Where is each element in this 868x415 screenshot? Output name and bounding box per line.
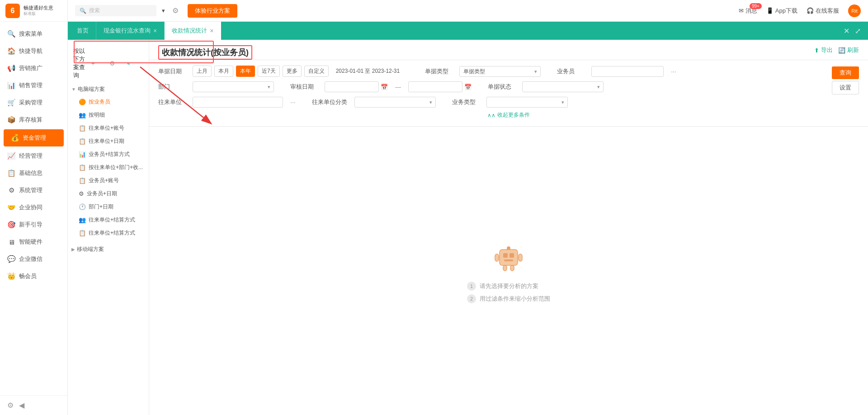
collapse-panel-icon[interactable]: « (127, 60, 143, 66)
scheme-salesperson-account[interactable]: 📋 业务员+账号 (68, 174, 149, 187)
box-icon: 📦 (7, 116, 15, 124)
review-date-to-group: 📅 (408, 81, 472, 92)
header-dropdown[interactable]: ▾ (162, 7, 165, 14)
svg-rect-4 (507, 246, 510, 250)
mobile-group-label[interactable]: ▶ 移动端方案 (68, 243, 149, 255)
collapse-sidebar-icon[interactable]: ◀ (19, 401, 24, 410)
tab-home[interactable]: 首页 (68, 22, 96, 40)
salesperson-input[interactable] (591, 66, 664, 77)
window-controls: ✕ ⤢ (836, 27, 868, 35)
close-window-button[interactable]: ✕ (844, 27, 849, 35)
sidebar-item-label: 销售管理 (19, 81, 42, 90)
desktop-group-label[interactable]: ▼ 电脑端方案 (68, 83, 149, 95)
voucher-status-select[interactable] (522, 81, 604, 92)
date-button-group: 上月 本月 本年 近7天 更多 自定义 (193, 66, 329, 77)
sidebar-item-operations[interactable]: 📈 经营管理 (0, 147, 67, 165)
voucher-type-label: 单据类型 (425, 67, 452, 75)
scheme-partner-date[interactable]: 📋 往来单位+日期 (68, 135, 149, 148)
collapse-button[interactable]: ∧∧ 收起更多条件 (487, 111, 530, 119)
sidebar-item-member[interactable]: 👑 畅会员 (0, 268, 67, 285)
user-avatar[interactable]: Rit (848, 5, 861, 17)
dept-date-icon: 🕐 (79, 203, 86, 210)
scheme-by-salesperson[interactable]: 🟠 按业务员 (68, 95, 149, 108)
svg-rect-6 (519, 254, 522, 261)
tab-close-bank[interactable]: × (153, 27, 157, 34)
scheme-label: 按明细 (89, 111, 105, 119)
export-button[interactable]: ⬆ 导出 (814, 46, 833, 54)
sidebar-item-enterprise[interactable]: 🤝 企业协同 (0, 199, 67, 216)
scheme-label: 部门+日期 (89, 203, 113, 211)
scheme-salesperson-settlement[interactable]: 📊 业务员+结算方式 (68, 148, 149, 161)
sidebar-item-label: 经营管理 (19, 152, 42, 160)
business-type-select[interactable] (486, 97, 568, 108)
partner-more-icon[interactable]: ··· (290, 99, 296, 106)
filter-settings-button[interactable]: 设置 (832, 81, 859, 94)
query-button[interactable]: 查询 (832, 66, 859, 79)
megaphone-icon: 📢 (7, 64, 15, 72)
date-btn-more[interactable]: 更多 (283, 66, 302, 77)
dropdown-chevron-icon: ▾ (162, 7, 165, 14)
sidebar-item-inventory[interactable]: 📦 库存核算 (0, 111, 67, 128)
online-service-button[interactable]: 🎧 在线客服 (807, 7, 839, 15)
dept-select[interactable] (193, 81, 274, 92)
voucher-type-select[interactable]: 单据类型 (459, 66, 541, 77)
guide-icon: 🎯 (7, 221, 15, 229)
scheme-label: 按业务员 (89, 98, 110, 106)
sidebar-item-system[interactable]: ⚙ 系统管理 (0, 182, 67, 199)
scheme-settings-icon[interactable]: ⚙ (109, 60, 126, 67)
header-gear-icon[interactable]: ⚙ (172, 6, 179, 15)
partner-category-select[interactable] (354, 97, 436, 108)
date-btn-this-month[interactable]: 本月 (214, 66, 233, 77)
scheme-by-detail[interactable]: 👥 按明细 (68, 108, 149, 122)
settings-footer-icon[interactable]: ⚙ (7, 401, 14, 410)
sidebar-item-search[interactable]: 🔍 搜索菜单 (0, 25, 67, 42)
sidebar-item-hardware[interactable]: 🖥 智能硬件 (0, 233, 67, 250)
sidebar-item-guide[interactable]: 🎯 新手引导 (0, 216, 67, 233)
voucher-status-select-wrapper (522, 81, 604, 92)
maximize-window-button[interactable]: ⤢ (855, 27, 861, 35)
header-search[interactable]: 🔍 搜索 (75, 5, 156, 16)
add-scheme-icon[interactable]: + (91, 60, 108, 67)
tab-receipt[interactable]: 收款情况统计 × (165, 22, 221, 40)
scheme-dept-date[interactable]: 🕐 部门+日期 (68, 200, 149, 213)
calendar-icon-to[interactable]: 📅 (464, 84, 472, 90)
scheme-salesperson-date[interactable]: ⚙ 业务员+日期 (68, 187, 149, 200)
sidebar-item-nav[interactable]: 🏠 快捷导航 (0, 42, 67, 60)
sidebar-item-wechat[interactable]: 💬 企业微信 (0, 250, 67, 268)
date-btn-this-year[interactable]: 本年 (236, 66, 255, 77)
date-btn-7days[interactable]: 近7天 (258, 66, 280, 77)
logo-badge: 标准版 (24, 11, 53, 17)
sidebar-item-label: 搜索菜单 (19, 30, 42, 38)
trial-button[interactable]: 体验行业方案 (188, 4, 237, 18)
scheme-partner-settlement2[interactable]: 📋 往来单位+结算方式 (68, 226, 149, 240)
message-button[interactable]: ✉ 消息 99+ (739, 7, 757, 15)
review-date-from-input[interactable] (325, 81, 379, 92)
salesperson-more-icon[interactable]: ··· (671, 68, 676, 75)
sidebar-item-basic[interactable]: 📋 基础信息 (0, 165, 67, 182)
search-icon: 🔍 (80, 8, 86, 14)
app-download-button[interactable]: 📱 App下载 (766, 7, 797, 15)
top-header: 🔍 搜索 ▾ ⚙ 体验行业方案 ✉ 消息 99+ 📱 App下载 🎧 在线客服 (68, 0, 868, 22)
tab-bank[interactable]: 现金银行流水查询 × (96, 22, 165, 40)
partner-input[interactable] (193, 97, 283, 108)
scheme-partner-settlement1[interactable]: 👥 往来单位+结算方式 (68, 213, 149, 226)
sidebar-item-purchase[interactable]: 🛒 采购管理 (0, 94, 67, 111)
svg-rect-1 (503, 253, 508, 258)
svg-rect-2 (509, 253, 514, 258)
sidebar-item-finance[interactable]: 💰 资金管理 (4, 129, 64, 146)
sidebar-item-marketing[interactable]: 📢 营销推广 (0, 60, 67, 77)
sidebar-item-sales[interactable]: 📊 销售管理 (0, 77, 67, 94)
review-date-to-input[interactable] (408, 81, 462, 92)
hardware-icon: 🖥 (7, 238, 15, 246)
tab-close-receipt[interactable]: × (210, 27, 213, 34)
calendar-icon-from[interactable]: 📅 (381, 84, 388, 90)
right-content: 收款情况统计(按业务员) ⬆ 导出 🔄 刷新 (149, 40, 868, 415)
date-btn-last-month[interactable]: 上月 (193, 66, 212, 77)
scheme-partner-account[interactable]: 📋 往来单位+账号 (68, 122, 149, 135)
date-btn-custom[interactable]: 自定义 (304, 66, 329, 77)
empty-step-2: 2 用过滤条件来缩小分析范围 (467, 294, 550, 303)
scheme-partner-dept[interactable]: 📋 按往来单位+部门+收... (68, 161, 149, 174)
message-badge: 99+ (750, 3, 762, 9)
partner-settlement1-icon: 👥 (79, 217, 86, 223)
refresh-button[interactable]: 🔄 刷新 (838, 46, 859, 54)
